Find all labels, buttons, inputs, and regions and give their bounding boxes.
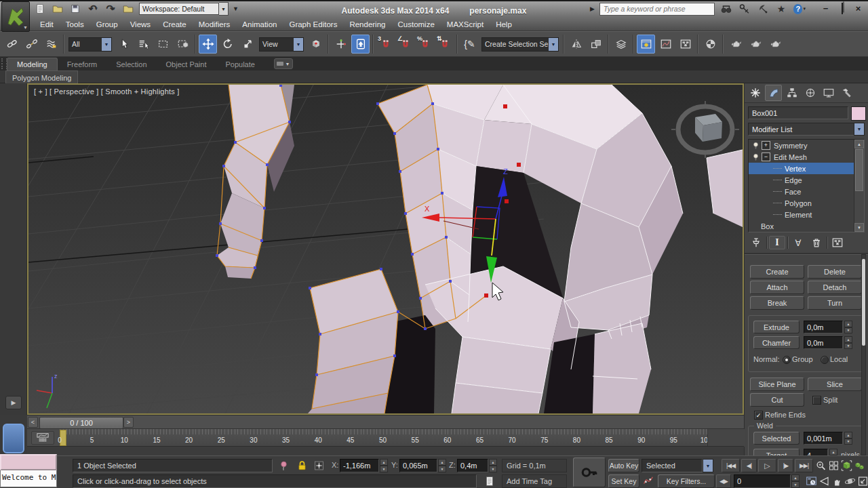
workspace-selector[interactable]: Workspace: Default ▼ ▼	[139, 3, 239, 15]
stack-scrollbar[interactable]: ▲ ▼	[854, 140, 864, 232]
restore-button[interactable]	[836, 3, 848, 15]
make-unique-icon[interactable]: ∀	[790, 236, 806, 249]
edit-named-selections-icon[interactable]: {✎	[460, 35, 479, 54]
z-coordinate-field[interactable]: 0,4m	[457, 459, 488, 472]
stack-row-polygon[interactable]: Polygon	[749, 197, 854, 209]
maximize-viewport-icon[interactable]	[857, 474, 868, 488]
maxscript-mini-listener[interactable]: Welcome to M.	[0, 470, 57, 487]
auto-key-button[interactable]: Auto Key	[608, 459, 639, 472]
orbit-icon[interactable]	[844, 474, 856, 488]
stack-row-face[interactable]: Face	[749, 186, 854, 197]
previous-key-button[interactable]: ◀|	[741, 459, 757, 472]
field-of-view-icon[interactable]	[818, 474, 830, 488]
stack-row-element[interactable]: Element	[749, 209, 854, 220]
menu-item[interactable]: Group	[90, 18, 124, 31]
expand-toggle-icon[interactable]: −	[762, 152, 770, 161]
previous-frame-button[interactable]: <	[28, 417, 38, 428]
application-menu-button[interactable]: ▼	[1, 1, 30, 32]
go-to-start-button[interactable]: |◀◀	[722, 459, 740, 472]
x-coordinate-field[interactable]: -1,166m	[340, 459, 379, 472]
view-cube-cube[interactable]	[695, 114, 722, 142]
viewport-label[interactable]: [ + ] [ Perspective ] [ Smooth + Highlig…	[34, 87, 179, 96]
viewport-canvas[interactable]: X Z z	[28, 85, 743, 413]
zoom-extents-all-icon[interactable]	[854, 459, 865, 472]
delete-button[interactable]: Delete	[808, 265, 862, 279]
stack-row-box[interactable]: Box	[749, 220, 854, 232]
save-file-button[interactable]	[68, 2, 83, 16]
modifier-list-arrow-icon[interactable]: ▼	[854, 123, 865, 136]
x-spinner[interactable]: ▲▼	[380, 459, 388, 472]
show-end-result-icon[interactable]: I	[769, 236, 785, 249]
menu-item[interactable]: Views	[124, 18, 157, 31]
rendered-frame-icon[interactable]	[746, 35, 764, 54]
time-configuration-icon[interactable]	[806, 474, 817, 488]
weld-selected-button[interactable]: Selected	[753, 432, 800, 445]
close-button[interactable]: ×	[852, 3, 864, 15]
z-spinner[interactable]: ▲▼	[489, 459, 497, 472]
next-key-button[interactable]: |▶	[778, 459, 793, 472]
project-folder-button[interactable]	[121, 2, 136, 16]
set-keys-button[interactable]	[573, 458, 606, 487]
reference-coordinate-dropdown[interactable]: View▼	[259, 37, 304, 52]
menu-item[interactable]: Modifiers	[193, 18, 237, 31]
utilities-tab[interactable]	[838, 85, 855, 101]
menu-item[interactable]: Rendering	[343, 18, 391, 31]
render-setup-icon[interactable]	[726, 35, 745, 54]
workspace-field[interactable]: Workspace: Default	[139, 3, 219, 15]
redo-button[interactable]: ↷▾	[103, 2, 118, 16]
angle-snap-icon[interactable]: ∠	[396, 35, 414, 54]
macro-recorder-field[interactable]	[0, 454, 57, 470]
selection-filter-dropdown[interactable]: All▼	[68, 37, 112, 52]
help-icon[interactable]: ?▾	[793, 2, 806, 16]
menu-item[interactable]: Help	[490, 18, 518, 31]
ribbon-tab[interactable]: Object Paint	[157, 58, 216, 70]
pin-stack-icon[interactable]	[748, 236, 764, 249]
selection-lock-icon[interactable]	[296, 459, 308, 472]
ribbon-toggle-icon[interactable]	[637, 35, 655, 54]
stack-row-vertex[interactable]: Vertex	[749, 163, 854, 174]
schematic-view-icon[interactable]	[676, 35, 694, 54]
key-step-toggle[interactable]: ◀▶	[716, 474, 731, 488]
search-history-arrow-icon[interactable]: ▶	[590, 5, 595, 12]
play-button[interactable]: ▷	[758, 459, 776, 472]
modifier-enabled-bulb-icon[interactable]	[751, 152, 760, 161]
menu-item[interactable]: Graph Editors	[283, 18, 343, 31]
extrude-button[interactable]: Extrude	[753, 321, 800, 333]
menu-item[interactable]: Create	[157, 18, 193, 31]
spinner-snap-icon[interactable]: ⇅	[435, 35, 454, 54]
object-name-field[interactable]: Box001	[748, 106, 848, 119]
select-and-scale-icon[interactable]	[238, 35, 256, 54]
detach-button[interactable]: Detach	[808, 281, 862, 294]
pan-hand-icon[interactable]	[831, 474, 843, 488]
favorites-star-icon[interactable]: ★	[774, 2, 788, 16]
add-time-tag[interactable]: Add Time Tag	[502, 474, 567, 488]
expand-toggle-icon[interactable]: +	[762, 141, 770, 150]
next-frame-button[interactable]: >	[123, 417, 134, 428]
mirror-icon[interactable]	[567, 35, 585, 54]
material-editor-icon[interactable]	[701, 35, 719, 54]
key-mode-dropdown[interactable]: Selected ▼	[642, 459, 713, 472]
stack-scroll-down-icon[interactable]: ▼	[854, 223, 864, 232]
select-and-rotate-icon[interactable]	[218, 35, 237, 54]
create-tab[interactable]	[747, 85, 764, 101]
curve-editor-icon[interactable]	[656, 35, 675, 54]
select-by-name-icon[interactable]	[134, 35, 153, 54]
split-checkbox[interactable]	[812, 396, 821, 405]
workspace-flyout-icon[interactable]: ▼	[233, 5, 239, 12]
key-mode-arrow-icon[interactable]: ▼	[703, 459, 713, 472]
modify-tab[interactable]	[765, 85, 782, 101]
stack-row-edge[interactable]: Edge	[749, 174, 854, 186]
cut-button[interactable]: Cut	[750, 393, 804, 407]
attach-button[interactable]: Attach	[750, 281, 804, 294]
remove-modifier-icon[interactable]	[808, 236, 825, 249]
undo-button[interactable]: ↶▾	[85, 2, 100, 16]
modifier-list-dropdown[interactable]: Modifier List ▼	[748, 123, 865, 136]
menu-item[interactable]: Edit	[34, 18, 60, 31]
polygon-modeling-panel-tab[interactable]: Polygon Modeling	[5, 70, 78, 84]
mini-curve-editor-button[interactable]	[31, 431, 54, 445]
y-spinner[interactable]: ▲▼	[438, 459, 446, 472]
modifier-enabled-bulb-icon[interactable]	[751, 141, 760, 150]
rollout-scroll-thumb[interactable]	[862, 259, 865, 346]
open-file-button[interactable]	[50, 2, 65, 16]
key-mode-value[interactable]: Selected	[642, 459, 703, 472]
